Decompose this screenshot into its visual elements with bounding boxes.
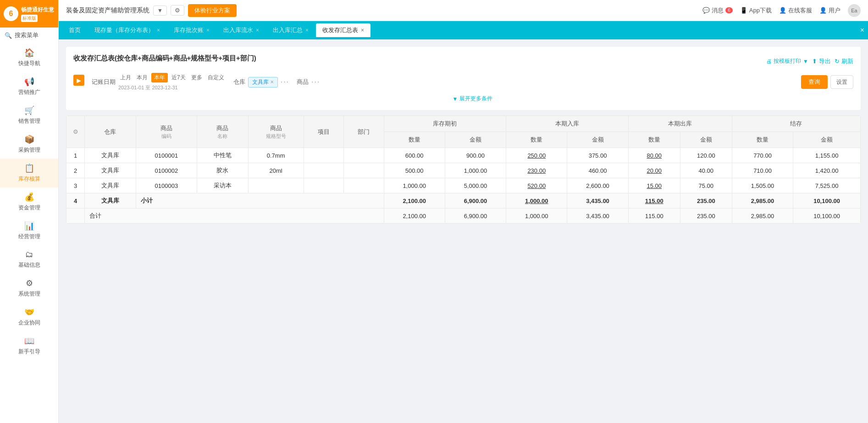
sub-in-amt: 3,435.00 <box>567 193 628 209</box>
th-group-closing: 结存 <box>732 116 860 132</box>
row-in-qty[interactable]: 230.00 <box>506 163 567 178</box>
message-item[interactable]: 💬 消息 6 <box>702 6 733 15</box>
logo-badge: 标准版 <box>21 15 38 22</box>
sidebar-item-label: 系统管理 <box>18 290 40 298</box>
data-table-wrapper: ⚙ 仓库 商品编码 商品名称 商品规格型号 项目 部门 库存期初 本期入库 本期… <box>66 115 861 224</box>
sidebar-item-quick-nav[interactable]: 🏠 快捷导航 <box>0 43 58 72</box>
print-button[interactable]: 🖨 按模板打印 ▼ <box>766 57 808 65</box>
sidebar-item-label: 企业协同 <box>18 319 40 327</box>
row-opening-amt: 1,000.00 <box>445 163 506 178</box>
refresh-button[interactable]: ↻ 刷新 <box>835 57 853 66</box>
sidebar-item-finance[interactable]: 💰 资金管理 <box>0 187 58 216</box>
row-out-qty[interactable]: 80.00 <box>628 148 680 163</box>
sidebar-item-enterprise[interactable]: 🤝 企业协同 <box>0 302 58 331</box>
row-out-qty[interactable]: 20.00 <box>628 163 680 178</box>
warehouse-tag-text: 文具库 <box>252 78 269 86</box>
th-settings[interactable]: ⚙ <box>66 116 85 148</box>
date-btn-custom[interactable]: 自定义 <box>206 73 226 82</box>
tab-home[interactable]: 首页 <box>62 23 87 37</box>
sidebar-item-label: 采购管理 <box>18 146 40 154</box>
system-dropdown-button[interactable]: 装备及固定资产辅助管理系统▼ <box>153 5 167 16</box>
row-project <box>304 148 343 163</box>
row-code: 0100001 <box>136 148 197 163</box>
tab-stock-dist[interactable]: 现存量（库存分布表） × <box>88 23 166 37</box>
export-button[interactable]: ⬆ 导出 <box>812 57 831 66</box>
trial-button[interactable]: 体验行业方案 <box>188 4 237 17</box>
search-menu[interactable]: 🔍 搜索菜单 <box>0 27 58 43</box>
tab-in-out-summary[interactable]: 出入库汇总 × <box>266 23 315 37</box>
row-in-amt: 2,600.00 <box>567 178 628 193</box>
row-out-qty[interactable]: 15.00 <box>628 178 680 193</box>
date-btn-this-month[interactable]: 本月 <box>135 73 149 82</box>
sub-closing-qty: 2,985.00 <box>732 193 793 209</box>
header-actions: 🖨 按模板打印 ▼ ⬆ 导出 ↻ 刷新 <box>766 57 853 66</box>
page-settings-button[interactable]: 设置 <box>830 75 853 89</box>
user-item[interactable]: 👤 用户 <box>819 6 840 15</box>
date-btn-last-month[interactable]: 上月 <box>118 73 133 82</box>
date-btn-this-year[interactable]: 本年 <box>151 73 168 82</box>
sidebar-item-label: 快捷导航 <box>18 60 40 67</box>
row-in-qty[interactable]: 520.00 <box>506 178 567 193</box>
search-icon: 🔍 <box>5 32 12 39</box>
sidebar-item-guide[interactable]: 📖 新手引导 <box>0 331 58 360</box>
date-btn-7days[interactable]: 近7天 <box>170 73 188 82</box>
table-gear-icon[interactable]: ⚙ <box>73 128 78 135</box>
message-icon: 💬 <box>702 7 710 14</box>
date-range: 2023-01-01 至 2023-12-31 <box>118 84 226 91</box>
row-out-amt: 40.00 <box>680 163 732 178</box>
tab-close-batch[interactable]: × <box>206 27 210 33</box>
goods-more-btn[interactable]: ··· <box>311 78 320 86</box>
tab-batch[interactable]: 库存批次账 × <box>167 23 216 37</box>
sidebar-item-inventory[interactable]: 📋 库存核算 <box>0 159 58 187</box>
date-btn-more[interactable]: 更多 <box>189 73 204 82</box>
th-name: 商品名称 <box>197 116 248 148</box>
tab-in-out-flow[interactable]: 出入库流水 × <box>217 23 265 37</box>
user-label: 用户 <box>829 6 840 15</box>
row-name: 采访本 <box>197 178 248 193</box>
tab-close-stock-dist[interactable]: × <box>157 27 160 33</box>
expand-conditions-btn[interactable]: ▼ 展开更多条件 <box>453 95 493 103</box>
online-service-item[interactable]: 👤 在线客服 <box>779 6 812 15</box>
tab-close-collect-summary[interactable]: × <box>361 27 364 33</box>
warehouse-more-btn[interactable]: ··· <box>281 78 289 86</box>
sidebar-item-marketing[interactable]: 📢 营销推广 <box>0 72 58 101</box>
tab-close-in-out-summary[interactable]: × <box>305 27 309 33</box>
settings-gear-button[interactable]: ⚙ <box>171 5 184 16</box>
th-opening-amt: 金额 <box>445 132 506 148</box>
row-code: 0100002 <box>136 163 197 178</box>
sidebar-item-purchase[interactable]: 📦 采购管理 <box>0 130 58 159</box>
sidebar-item-operations[interactable]: 📊 经营管理 <box>0 216 58 245</box>
sidebar-item-sales[interactable]: 🛒 销售管理 <box>0 101 58 130</box>
row-opening-amt: 5,000.00 <box>445 178 506 193</box>
row-department <box>344 178 384 193</box>
row-name: 胶水 <box>197 163 248 178</box>
tab-close-in-out-flow[interactable]: × <box>256 27 259 33</box>
search-label: 搜索菜单 <box>15 31 39 39</box>
app-download-label: App下载 <box>749 6 772 15</box>
page-title: 收发存汇总表(按仓库+商品编码+商品+规格型号+项目+部门) <box>73 54 256 63</box>
page-content: 收发存汇总表(按仓库+商品编码+商品+规格型号+项目+部门) 🖨 按模板打印 ▼… <box>59 39 868 423</box>
logo-icon: 6 <box>4 6 18 21</box>
filter-area: 记账日期 上月 本月 本年 近7天 更多 自定义 20 <box>92 73 853 103</box>
service-icon: 👤 <box>779 7 786 14</box>
query-button[interactable]: 查询 <box>801 75 828 89</box>
sub-in-qty[interactable]: 1,000.00 <box>506 193 567 209</box>
tab-collect-summary[interactable]: 收发存汇总表 × <box>316 23 370 37</box>
th-out-amt: 金额 <box>680 132 732 148</box>
sidebar-item-basic-info[interactable]: 🗂 基础信息 <box>0 245 58 274</box>
app-download-item[interactable]: 📱 App下载 <box>740 6 772 15</box>
finance-icon: 💰 <box>24 192 34 202</box>
footer-out-amt: 235.00 <box>680 209 732 224</box>
page-header-section: 收发存汇总表(按仓库+商品编码+商品+规格型号+项目+部门) 🖨 按模板打印 ▼… <box>66 47 861 110</box>
user-avatar[interactable]: Ea <box>848 4 861 17</box>
sidebar-item-system[interactable]: ⚙ 系统管理 <box>0 274 58 302</box>
sidebar-item-label: 新手引导 <box>18 348 40 356</box>
sidebar: 6 畅捷通好生意 标准版 🔍 搜索菜单 🏠 快捷导航 📢 营销推广 🛒 销售管理… <box>0 0 59 423</box>
basic-info-icon: 🗂 <box>25 250 33 259</box>
enterprise-icon: 🤝 <box>24 307 34 317</box>
filter-collapse-btn[interactable]: ▶ <box>73 75 84 86</box>
sub-out-qty[interactable]: 115.00 <box>628 193 680 209</box>
tab-bar-close-all[interactable]: × <box>860 26 864 34</box>
row-in-qty[interactable]: 250.00 <box>506 148 567 163</box>
warehouse-tag-remove[interactable]: × <box>271 79 274 85</box>
